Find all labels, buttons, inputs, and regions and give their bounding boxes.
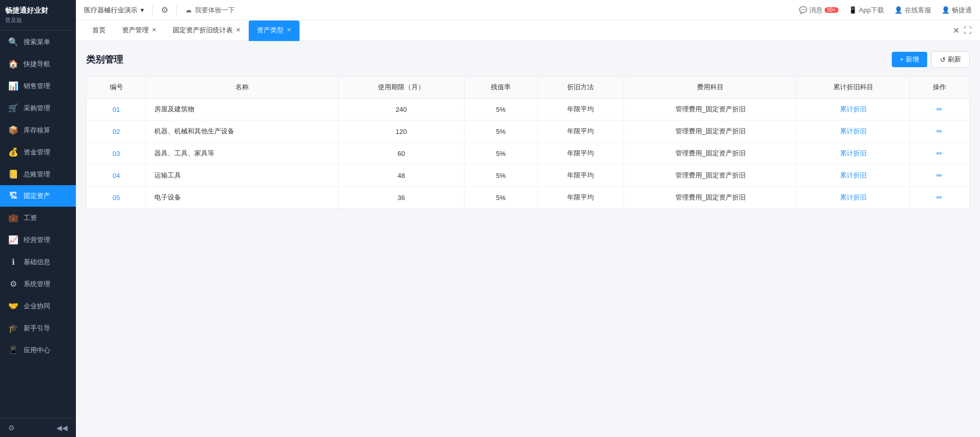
accumulated-link[interactable]: 累计折旧	[840, 193, 867, 201]
customer-service-button[interactable]: 👤 在线客服	[894, 6, 931, 15]
table-row: 01 房屋及建筑物 240 5% 年限平均 管理费用_固定资产折旧 累计折旧 ✏	[87, 98, 969, 121]
fixedassets-icon: 🏗	[8, 191, 18, 201]
sidebar-item-label-ledger: 总账管理	[24, 170, 50, 179]
user-account-label: 畅捷通	[952, 6, 972, 15]
sidebar: 畅捷通好业财 普及版 🔍 搜索菜单 🏠 快捷导航 📊 销售管理 🛒 采购管理 📦…	[0, 0, 76, 437]
col-header-id: 编号	[87, 76, 146, 98]
edit-button[interactable]: ✏	[936, 149, 943, 157]
cell-name: 器具、工具、家具等	[146, 143, 338, 165]
sidebar-item-operations[interactable]: 📈 经营管理	[0, 229, 76, 251]
new-button[interactable]: + 新增	[892, 52, 927, 67]
accumulated-link[interactable]: 累计折旧	[840, 149, 867, 157]
ledger-icon: 📒	[8, 169, 18, 179]
accumulated-link[interactable]: 累计折旧	[840, 127, 867, 135]
company-selector[interactable]: 医疗器械行业演示 ▾	[84, 6, 144, 15]
cell-expense: 管理费用_固定资产折旧	[624, 143, 797, 165]
cell-method: 年限平均	[537, 143, 624, 165]
app-subtitle: 普及版	[5, 16, 71, 24]
accumulated-link[interactable]: 累计折旧	[840, 171, 867, 179]
sidebar-item-search[interactable]: 🔍 搜索菜单	[0, 31, 76, 53]
table-row: 02 机器、机械和其他生产设备 120 5% 年限平均 管理费用_固定资产折旧 …	[87, 121, 969, 143]
row-id-link[interactable]: 03	[112, 150, 119, 157]
cell-expense: 管理费用_固定资产折旧	[624, 165, 797, 187]
cell-actions: ✏	[910, 187, 969, 209]
page-actions: + 新增 ↺ 刷新	[892, 51, 970, 68]
experience-button[interactable]: ☁ 我要体验一下	[185, 6, 235, 15]
cell-accumulated: 累计折旧	[797, 165, 910, 187]
sidebar-item-basic[interactable]: ℹ 基础信息	[0, 251, 76, 273]
sidebar-item-system[interactable]: ⚙ 系统管理	[0, 273, 76, 295]
sidebar-item-ledger[interactable]: 📒 总账管理	[0, 163, 76, 185]
user-account-button[interactable]: 👤 畅捷通	[942, 6, 972, 15]
cell-name: 电子设备	[146, 187, 338, 209]
sidebar-footer: ⚙ ◀◀	[0, 418, 76, 437]
appstore-icon: 📱	[8, 345, 18, 355]
sidebar-item-purchase[interactable]: 🛒 采购管理	[0, 97, 76, 119]
sidebar-item-label-inventory: 库存核算	[24, 126, 50, 135]
sidebar-item-enterprise[interactable]: 🤝 企业协同	[0, 295, 76, 317]
row-id-link[interactable]: 04	[112, 172, 119, 180]
cell-method: 年限平均	[537, 165, 624, 187]
tab-maximize-button[interactable]: ⛶	[964, 26, 972, 35]
sidebar-item-appstore[interactable]: 📱 应用中心	[0, 339, 76, 361]
cell-id: 04	[87, 165, 146, 187]
col-header-name: 名称	[146, 76, 338, 98]
tab-asset-management[interactable]: 资产管理 ✕	[114, 21, 165, 41]
sidebar-item-sales[interactable]: 📊 销售管理	[0, 75, 76, 97]
edit-button[interactable]: ✏	[936, 127, 943, 135]
sidebar-item-label-purchase: 采购管理	[24, 104, 50, 113]
accumulated-link[interactable]: 累计折旧	[840, 105, 867, 113]
sidebar-item-label-fixedassets: 固定资产	[24, 191, 50, 201]
row-id-link[interactable]: 02	[112, 128, 119, 135]
sidebar-item-quicknav[interactable]: 🏠 快捷导航	[0, 53, 76, 75]
sidebar-item-salary[interactable]: 💼 工资	[0, 207, 76, 229]
service-icon: 👤	[894, 6, 903, 14]
collapse-sidebar-button[interactable]: ◀◀	[56, 424, 68, 432]
tab-asset-type-close[interactable]: ✕	[287, 27, 291, 33]
cell-residual: 5%	[464, 187, 537, 209]
tab-asset-management-close[interactable]: ✕	[152, 27, 156, 33]
page-title: 类别管理	[86, 53, 123, 66]
topbar-settings-icon[interactable]: ⚙	[161, 5, 168, 15]
settings-footer-icon[interactable]: ⚙	[8, 424, 15, 432]
row-id-link[interactable]: 01	[112, 106, 119, 113]
refresh-button[interactable]: ↺ 刷新	[931, 51, 970, 68]
row-id-link[interactable]: 05	[112, 194, 119, 202]
edit-button[interactable]: ✏	[936, 193, 943, 202]
cell-id: 05	[87, 187, 146, 209]
sidebar-item-newbie[interactable]: 🎓 新手引导	[0, 317, 76, 339]
col-header-residual: 残值率	[464, 76, 537, 98]
message-button[interactable]: 💬 消息 99+	[799, 6, 838, 15]
sidebar-item-label-search: 搜索菜单	[24, 37, 50, 47]
sidebar-item-capital[interactable]: 💰 资金管理	[0, 141, 76, 163]
tab-home[interactable]: 首页	[84, 21, 114, 41]
sidebar-item-label-system: 系统管理	[24, 280, 50, 289]
purchase-icon: 🛒	[8, 103, 18, 113]
tab-asset-type[interactable]: 资产类型 ✕	[249, 21, 299, 41]
cell-expense: 管理费用_固定资产折旧	[624, 121, 797, 143]
phone-icon: 📱	[849, 6, 857, 14]
edit-button[interactable]: ✏	[936, 171, 943, 180]
app-title: 畅捷通好业财	[5, 6, 71, 15]
tab-close-window-button[interactable]: ✕	[953, 26, 959, 35]
chevron-down-icon: ▾	[141, 6, 144, 14]
sidebar-item-label-basic: 基础信息	[24, 257, 50, 267]
asset-type-table: 编号 名称 使用期限（月） 残值率 折旧方法 费用科目 累计折旧科目 操作 01…	[86, 76, 970, 209]
app-download-button[interactable]: 📱 App下载	[849, 6, 884, 15]
edit-button[interactable]: ✏	[936, 105, 943, 113]
sidebar-item-fixedassets[interactable]: 🏗 固定资产	[0, 185, 76, 207]
system-icon: ⚙	[8, 279, 18, 289]
sidebar-item-label-operations: 经营管理	[24, 235, 50, 245]
page-content: 类别管理 + 新增 ↺ 刷新 编号 名称 使用期限（月） 残值率 折旧方法	[76, 41, 980, 437]
sidebar-item-label-quicknav: 快捷导航	[24, 59, 50, 69]
cell-method: 年限平均	[537, 121, 624, 143]
cell-period: 120	[338, 121, 465, 143]
table-row: 03 器具、工具、家具等 60 5% 年限平均 管理费用_固定资产折旧 累计折旧…	[87, 143, 969, 165]
sidebar-item-inventory[interactable]: 📦 库存核算	[0, 119, 76, 141]
sidebar-item-label-capital: 资金管理	[24, 148, 50, 157]
cell-name: 机器、机械和其他生产设备	[146, 121, 338, 143]
sidebar-item-label-sales: 销售管理	[24, 82, 50, 91]
col-header-actions: 操作	[910, 76, 969, 98]
tab-depreciation-report[interactable]: 固定资产折旧统计表 ✕	[165, 21, 249, 41]
tab-depreciation-report-close[interactable]: ✕	[236, 27, 241, 33]
